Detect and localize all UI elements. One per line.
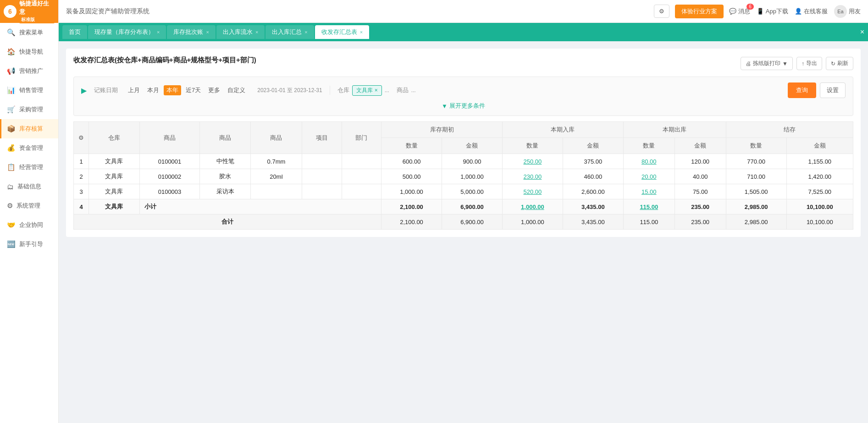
row-spec: 20ml — [251, 169, 302, 184]
sidebar-item-purchase[interactable]: 🛒 采购管理 — [0, 100, 58, 119]
tab-inventory-dist-close[interactable]: × — [157, 29, 160, 35]
user-menu[interactable]: Ea 用友 — [834, 5, 861, 18]
date-btn-this-month[interactable]: 本月 — [144, 85, 162, 95]
sidebar-item-finance[interactable]: 💰 资金管理 — [0, 138, 58, 158]
refresh-label: 刷新 — [837, 60, 848, 67]
sidebar-item-basic[interactable]: 🗂 基础信息 — [0, 177, 58, 196]
tab-inout-flow[interactable]: 出入库流水 × — [216, 25, 265, 39]
tab-home[interactable]: 首页 — [62, 25, 87, 39]
tabs-bar: 首页 现存量（库存分布表） × 库存批次账 × 出入库流水 × 出入库汇总 × … — [59, 23, 868, 41]
table-header-dept: 部门 — [342, 122, 381, 154]
tab-batch-close[interactable]: × — [206, 29, 209, 35]
sidebar-logo: 6 畅捷通好生意 标准版 — [0, 0, 58, 23]
row-bal-amt: 1,420.00 — [786, 169, 853, 184]
settings-button[interactable]: 设置 — [820, 82, 846, 98]
table-header-code: 商品 — [139, 122, 200, 154]
date-btn-prev-month[interactable]: 上月 — [125, 85, 143, 95]
sidebar-item-sales[interactable]: 📊 销售管理 — [0, 81, 58, 100]
table-total-row: 合计 2,100.00 6,900.00 1,000.00 3,435.00 1… — [74, 214, 853, 230]
query-button[interactable]: 查询 — [788, 82, 816, 98]
refresh-button[interactable]: ↻ 刷新 — [826, 57, 853, 70]
sidebar-item-quicknav[interactable]: 🏠 快捷导航 — [0, 42, 58, 61]
home-icon: 🏠 — [7, 48, 16, 56]
print-button[interactable]: 🖨 拣纸版打印 ▼ — [741, 57, 793, 70]
subtotal-in-qty-link[interactable]: 1,000.00 — [521, 203, 544, 210]
subtotal-init-amt: 6,900.00 — [442, 199, 503, 214]
goods-filter: 商品 ... — [397, 86, 416, 94]
sidebar-item-enterprise[interactable]: 🤝 企业协同 — [0, 215, 58, 235]
row-in-qty: 520.00 — [502, 184, 563, 199]
row-in-qty-link[interactable]: 250.00 — [524, 158, 542, 165]
print-label: 拣纸版打印 — [753, 60, 780, 67]
export-button[interactable]: ↑ 导出 — [796, 57, 822, 70]
subtotal-bal-qty: 2,985.00 — [726, 199, 786, 214]
sidebar-item-guide[interactable]: 🆕 新手引导 — [0, 235, 58, 254]
tab-inout-summary-close[interactable]: × — [304, 29, 307, 35]
row-in-qty-link[interactable]: 520.00 — [524, 188, 542, 195]
row-out-qty: 15.00 — [623, 184, 674, 199]
tab-inventory-dist[interactable]: 现存量（库存分布表） × — [88, 25, 166, 39]
goods-more-btn[interactable]: ... — [411, 87, 416, 93]
tab-recv-send-close[interactable]: × — [360, 29, 363, 35]
table-subheader-in-qty: 数量 — [502, 138, 563, 154]
tab-recv-send-summary[interactable]: 收发存汇总表 × — [315, 25, 369, 39]
tab-inout-summary[interactable]: 出入库汇总 × — [265, 25, 314, 39]
sidebar-item-purchase-label: 采购管理 — [19, 105, 43, 114]
row-init-qty: 600.00 — [381, 154, 442, 169]
online-service-button[interactable]: 👤 在线客服 — [795, 7, 828, 16]
subtotal-in-amt: 3,435.00 — [563, 199, 623, 214]
warehouse-tag[interactable]: 文具库 × — [352, 85, 382, 96]
row-in-qty: 230.00 — [502, 169, 563, 184]
sidebar-item-system[interactable]: ⚙ 系统管理 — [0, 196, 58, 215]
search-icon: 🔍 — [7, 28, 16, 37]
table-col-settings[interactable]: ⚙ — [74, 122, 89, 154]
subtotal-out-qty-link[interactable]: 115.00 — [640, 203, 658, 210]
sidebar-item-operations[interactable]: 📋 经营管理 — [0, 158, 58, 177]
tab-batch[interactable]: 库存批次账 × — [167, 25, 215, 39]
row-out-qty: 80.00 — [623, 154, 674, 169]
subtotal-label: 小计 — [139, 199, 381, 214]
goods-label: 商品 — [397, 86, 409, 94]
sidebar-item-marketing[interactable]: 📢 营销推广 — [0, 61, 58, 81]
date-btn-custom[interactable]: 自定义 — [225, 85, 248, 95]
header-icons: 💬 消息 6 📱 App下载 👤 在线客服 Ea 用友 — [729, 5, 861, 18]
subtotal-in-qty: 1,000.00 — [502, 199, 563, 214]
gear-button[interactable]: ⚙ — [654, 5, 669, 18]
expand-conditions-btn[interactable]: ▼ 展开更多条件 — [442, 102, 485, 110]
row-warehouse: 文具库 — [89, 169, 140, 184]
app-download-button[interactable]: 📱 App下载 — [757, 7, 788, 16]
row-in-qty-link[interactable]: 230.00 — [524, 173, 542, 180]
filter-area: ▶ 记账日期 上月 本月 本年 近7天 更多 自定义 2023-01-01 至 … — [73, 77, 853, 116]
table-row: 2 文具库 0100002 胶水 20ml 500.00 1,000.00 23… — [74, 169, 853, 184]
experience-button[interactable]: 体验行业方案 — [675, 5, 724, 18]
row-bal-amt: 7,525.00 — [786, 184, 853, 199]
row-out-qty-link[interactable]: 15.00 — [641, 188, 657, 195]
warehouse-tag-remove[interactable]: × — [375, 87, 378, 93]
data-table: ⚙ 仓库 商品 商品 商品 项目 部门 库存期初 本期入库 本期出库 结存 — [73, 121, 853, 230]
tabs-close-all[interactable]: × — [860, 28, 864, 36]
row-bal-amt: 1,155.00 — [786, 154, 853, 169]
guide-icon: 🆕 — [7, 240, 16, 248]
message-button[interactable]: 💬 消息 6 — [729, 7, 750, 16]
date-buttons: 上月 本月 本年 近7天 更多 自定义 — [125, 85, 248, 95]
sidebar-item-search-label: 搜索菜单 — [19, 28, 43, 37]
row-out-qty-link[interactable]: 80.00 — [641, 158, 657, 165]
row-out-qty-link[interactable]: 20.00 — [641, 173, 657, 180]
date-filter-label: 记账日期 — [94, 86, 118, 94]
table-header-spec: 商品 — [251, 122, 302, 154]
table-header-bal: 结存 — [726, 122, 853, 138]
sidebar-item-sales-label: 销售管理 — [19, 86, 43, 94]
date-btn-this-year[interactable]: 本年 — [164, 85, 181, 95]
date-btn-7days[interactable]: 近7天 — [183, 85, 204, 95]
sidebar-item-search[interactable]: 🔍 搜索菜单 — [0, 23, 58, 42]
tab-inout-flow-close[interactable]: × — [255, 29, 258, 35]
filter-collapse-arrow[interactable]: ▶ — [81, 86, 87, 95]
tab-recv-send-label: 收发存汇总表 — [321, 28, 357, 36]
row-seq: 3 — [74, 184, 89, 199]
message-badge: 6 — [746, 4, 754, 10]
sidebar: 6 畅捷通好生意 标准版 🔍 搜索菜单 🏠 快捷导航 📢 营销推广 📊 销售管理… — [0, 0, 59, 423]
subtotal-warehouse: 文具库 — [89, 199, 140, 214]
date-btn-more[interactable]: 更多 — [205, 85, 223, 95]
sidebar-item-inventory[interactable]: 📦 库存核算 — [0, 119, 58, 138]
warehouse-more-btn[interactable]: ... — [385, 87, 389, 93]
